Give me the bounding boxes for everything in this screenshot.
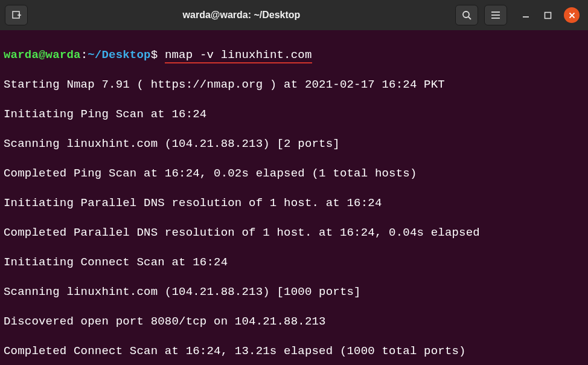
svg-line-4 <box>468 17 471 19</box>
prompt-path: ~/Desktop <box>88 48 150 62</box>
close-icon <box>569 12 575 19</box>
search-icon <box>462 10 471 20</box>
minimize-button[interactable] <box>520 10 531 21</box>
window-controls <box>520 7 580 23</box>
output-line: Scanning linuxhint.com (104.21.88.213) [… <box>4 285 584 300</box>
search-button[interactable] <box>455 5 478 25</box>
maximize-icon <box>544 11 552 19</box>
prompt-user: warda@warda <box>4 48 81 62</box>
output-line: Discovered open port 8080/tcp on 104.21.… <box>4 314 584 329</box>
svg-point-3 <box>463 11 469 18</box>
titlebar-left <box>5 5 28 25</box>
output-line: Initiating Parallel DNS resolution of 1 … <box>4 196 584 211</box>
new-tab-button[interactable] <box>5 5 28 25</box>
prompt-line-1: warda@warda:~/Desktop$ nmap -v linuxhint… <box>4 48 584 63</box>
minimize-icon <box>522 11 530 19</box>
prompt-colon: : <box>81 48 88 62</box>
output-line: Completed Connect Scan at 16:24, 13.21s … <box>4 344 584 359</box>
output-line: Completed Parallel DNS resolution of 1 h… <box>4 225 584 241</box>
new-tab-icon <box>11 10 22 21</box>
titlebar-right <box>455 5 583 25</box>
output-line: Initiating Ping Scan at 16:24 <box>4 107 584 122</box>
terminal-area[interactable]: warda@warda:~/Desktop$ nmap -v linuxhint… <box>0 30 588 365</box>
output-line: Starting Nmap 7.91 ( https://nmap.org ) … <box>4 77 584 92</box>
output-line: Scanning linuxhint.com (104.21.88.213) [… <box>4 137 584 152</box>
close-button[interactable] <box>564 7 580 23</box>
svg-rect-9 <box>545 12 551 18</box>
hamburger-icon <box>491 11 500 19</box>
maximize-button[interactable] <box>542 10 553 21</box>
output-line: Completed Ping Scan at 16:24, 0.02s elap… <box>4 166 584 181</box>
menu-button[interactable] <box>484 5 507 25</box>
window-title: warda@warda: ~/Desktop <box>33 10 450 21</box>
prompt-dollar: $ <box>151 48 158 62</box>
output-line: Initiating Connect Scan at 16:24 <box>4 255 584 270</box>
titlebar: warda@warda: ~/Desktop <box>0 0 588 30</box>
entered-command: nmap -v linuxhint.com <box>165 48 312 63</box>
